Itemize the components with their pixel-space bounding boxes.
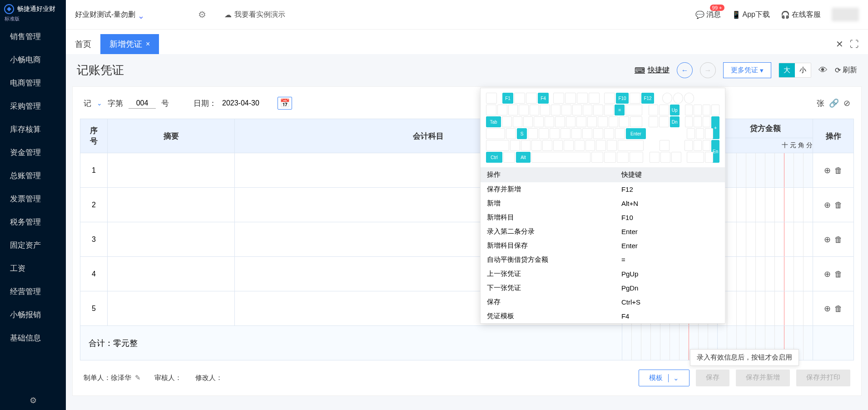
table-row: 2⊕🗑 (80, 188, 854, 222)
delete-row-icon[interactable]: 🗑 (834, 270, 843, 279)
credit-cell[interactable] (718, 257, 813, 291)
save-new-button[interactable]: 保存并新增 (736, 370, 790, 386)
size-small-button[interactable]: 小 (795, 63, 811, 77)
sc-op: 上一张凭证 (481, 267, 615, 281)
sc-op: 新增 (481, 196, 615, 210)
row-op: ⊕🗑 (813, 153, 854, 188)
sidebar-item-13[interactable]: 基础信息 (0, 326, 66, 350)
shortcut-row: 新增科目F10 (481, 210, 725, 225)
demo-link[interactable]: ☁ 我要看实例演示 (224, 10, 285, 20)
template-button[interactable]: 模板 ⌄ (639, 370, 689, 386)
sidebar-item-8[interactable]: 税务管理 (0, 210, 66, 234)
summary-cell[interactable] (108, 153, 235, 188)
delete-row-icon[interactable]: 🗑 (834, 200, 843, 210)
delete-row-icon[interactable]: 🗑 (834, 235, 843, 244)
template-label: 模板 (649, 374, 663, 382)
summary-cell[interactable] (108, 222, 235, 257)
refresh-icon: ⟳ (835, 66, 841, 75)
add-row-icon[interactable]: ⊕ (824, 166, 831, 175)
add-row-icon[interactable]: ⊕ (824, 200, 831, 210)
voucher-number-input[interactable] (129, 98, 156, 109)
calendar-icon[interactable]: 📅 (278, 97, 292, 110)
customer-service-button[interactable]: 🎧 在线客服 (781, 10, 821, 20)
sc-key: Enter (615, 225, 725, 239)
edit-icon[interactable]: ✎ (135, 374, 141, 381)
app-download-button[interactable]: 📱 App下载 (732, 10, 770, 20)
size-large-button[interactable]: 大 (779, 63, 795, 77)
col-index: 序号 (80, 119, 108, 153)
sidebar-settings-icon[interactable]: ⚙ (30, 396, 37, 405)
summary-cell[interactable] (108, 291, 235, 326)
org-name: 好业财测试-量勿删 (75, 10, 135, 18)
badge-icon[interactable]: ⊘ (843, 98, 850, 108)
sc-key: F4 (615, 309, 725, 323)
sidebar-item-10[interactable]: 工资 (0, 257, 66, 280)
row-index: 1 (80, 153, 108, 188)
chevron-down-icon[interactable]: ⌄ (97, 100, 102, 107)
delete-row-icon[interactable]: 🗑 (834, 304, 843, 313)
eye-icon[interactable]: 👁 (818, 65, 828, 75)
summary-cell[interactable] (108, 257, 235, 291)
sidebar-item-7[interactable]: 发票管理 (0, 187, 66, 210)
close-icon[interactable]: × (146, 40, 150, 48)
sidebar-item-3[interactable]: 采购管理 (0, 95, 66, 118)
sidebar-item-6[interactable]: 总账管理 (0, 164, 66, 187)
shortcut-row: 录入第二条分录Enter (481, 225, 725, 239)
row-index: 5 (80, 291, 108, 326)
table-row: 4⊕🗑 (80, 257, 854, 291)
sc-key: PgDn (615, 281, 725, 295)
key-f4: F4 (538, 93, 549, 104)
save-print-button[interactable]: 保存并打印 (796, 370, 850, 386)
shortcut-row: 下一张凭证PgDn (481, 281, 725, 295)
close-all-icon[interactable]: ✕ (836, 39, 843, 50)
credit-cell[interactable] (718, 222, 813, 257)
refresh-label: 刷新 (843, 65, 857, 75)
attachment-icon[interactable]: 🔗 (829, 98, 839, 108)
org-selector[interactable]: 好业财测试-量勿删 ⌄ (75, 10, 190, 20)
topbar-gear-icon[interactable]: ⚙ (198, 9, 206, 20)
credit-cell[interactable] (718, 153, 813, 188)
more-vouchers-button[interactable]: 更多凭证 ▾ (723, 62, 771, 78)
save-button[interactable]: 保存 (696, 370, 729, 386)
sheets-label: 张 (817, 98, 824, 109)
sidebar-item-5[interactable]: 资金管理 (0, 141, 66, 164)
add-row-icon[interactable]: ⊕ (824, 304, 831, 313)
tab-home[interactable]: 首页 (75, 34, 91, 54)
sidebar-item-2[interactable]: 电商管理 (0, 71, 66, 95)
modifier-label: 修改人： (195, 374, 223, 381)
date-input[interactable] (222, 99, 272, 108)
topbar: 好业财测试-量勿删 ⌄ ⚙ ☁ 我要看实例演示 💬 消息 99 + 📱 App下… (66, 0, 868, 30)
page-title: 记账凭证 (77, 62, 124, 78)
credit-cell[interactable] (718, 188, 813, 222)
sidebar-item-0[interactable]: 销售管理 (0, 25, 66, 48)
sc-op: 保存并新增 (481, 182, 615, 196)
credit-cell[interactable] (718, 291, 813, 326)
messages-button[interactable]: 💬 消息 99 + (695, 10, 721, 20)
auditor-field: 审核人： (154, 374, 182, 382)
download-label: App下载 (743, 10, 770, 20)
col-summary: 摘要 (108, 119, 235, 153)
next-voucher-button[interactable]: → (700, 62, 716, 78)
sidebar-item-1[interactable]: 小畅电商 (0, 48, 66, 71)
add-row-icon[interactable]: ⊕ (824, 235, 831, 244)
shortcuts-button[interactable]: ⌨ 快捷键 (635, 65, 670, 75)
delete-row-icon[interactable]: 🗑 (834, 166, 843, 175)
sidebar-item-12[interactable]: 小畅报销 (0, 303, 66, 326)
table-row: 3⊕🗑 (80, 222, 854, 257)
col-credit: 贷方金额 (718, 119, 813, 138)
summary-cell[interactable] (108, 188, 235, 222)
prev-voucher-button[interactable]: ← (677, 62, 693, 78)
sidebar-item-11[interactable]: 经营管理 (0, 280, 66, 303)
tab-active[interactable]: 新增凭证 × (100, 34, 159, 54)
refresh-button[interactable]: ⟳ 刷新 (835, 65, 857, 75)
add-row-icon[interactable]: ⊕ (824, 270, 831, 279)
fullscreen-icon[interactable]: ⛶ (850, 39, 859, 50)
shortcut-row: 保存并新增F12 (481, 182, 725, 196)
key-tab: Tab (486, 116, 501, 127)
more-voucher-label: 更多凭证 (731, 66, 758, 75)
sidebar-item-9[interactable]: 固定资产 (0, 234, 66, 257)
messages-badge: 99 + (710, 5, 724, 11)
avatar[interactable] (832, 8, 859, 21)
sidebar-item-4[interactable]: 库存核算 (0, 118, 66, 141)
auditor-label: 审核人： (154, 374, 182, 381)
